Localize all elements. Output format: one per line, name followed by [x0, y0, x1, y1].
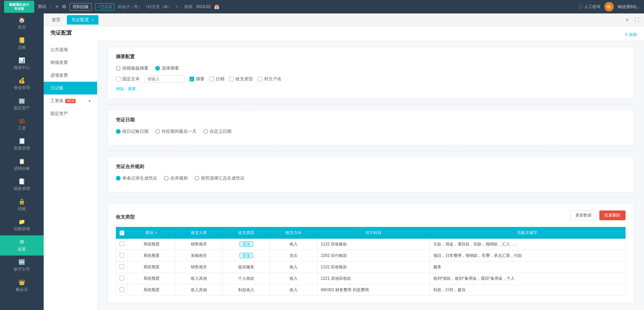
left-nav-fixed-assets[interactable]: 固定资产	[44, 107, 97, 120]
sidebar-item-payroll[interactable]: 💼 工资	[0, 114, 44, 134]
party-checkbox[interactable]: 对方户名	[258, 76, 282, 82]
pay-type-checkbox[interactable]: 收支类型	[229, 76, 253, 82]
row-checkbox[interactable]	[120, 287, 124, 292]
radio-select-total[interactable]: 按照选择汇总生成凭证	[195, 175, 245, 181]
sidebar-item-tax[interactable]: 📑 税务管理	[0, 175, 44, 195]
archive-icon: 📁	[18, 219, 25, 225]
refresh-button[interactable]: ↻ 刷新	[625, 32, 637, 38]
radio-single-circle	[116, 176, 121, 181]
left-nav-purchase[interactable]: 进项发票	[44, 69, 97, 82]
sidebar-item-guide[interactable]: 🆕 新手引导	[0, 256, 44, 276]
row-direction: 收入	[270, 284, 317, 296]
sidebar-item-ledger[interactable]: 📒 总账	[0, 34, 44, 54]
fixed-text-input[interactable]	[144, 75, 185, 83]
left-nav-journal[interactable]: 日记账	[44, 82, 97, 94]
sidebar-item-settings[interactable]: ⚙ 设置	[0, 235, 44, 256]
switch-version-button[interactable]: 切到旧版	[70, 3, 92, 11]
chevron-down-icon: ▾	[89, 99, 90, 103]
username-label: 畅捷通B组...	[618, 4, 640, 10]
pay-type-title: 收支类型	[116, 214, 135, 220]
tab-voucher[interactable]: 凭证配置 ×	[67, 15, 98, 25]
sidebar-item-archive[interactable]: 📁 归档管理	[0, 215, 44, 235]
left-nav: 公共选项 销项发票 进项发票 日记账 工资表 NEW ▾	[44, 40, 97, 310]
update-data-button[interactable]: 更新数据	[570, 210, 597, 220]
select-all-checkbox[interactable]: ✓	[120, 231, 124, 235]
row-major: 销售相关	[175, 262, 223, 273]
sidebar-item-member[interactable]: 👑 畅会员	[0, 276, 44, 296]
row-checkbox-cell	[116, 262, 128, 273]
pay-type-section: 收支类型 更新数据 批量删除 ✓	[108, 203, 634, 303]
pay-type-checkbox-box	[229, 77, 234, 81]
assets-icon: 🏢	[18, 98, 25, 104]
th-type: 收支类型	[223, 227, 270, 239]
row-checkbox[interactable]	[120, 264, 124, 269]
row-keywords: 欠款，现金，项目款，到款，报销款，汇入，...	[430, 239, 625, 250]
row-keywords: 服务	[430, 262, 625, 273]
tab-home[interactable]: 首页	[47, 15, 65, 25]
table-row: 系统预置 销售相关 提供服务 收入 1122 应收账款 服务	[116, 262, 626, 273]
row-keywords: 项目，日常费用，报销款，车费，承兑汇票，付款	[430, 250, 625, 262]
row-checkbox[interactable]	[120, 241, 124, 246]
date-checkbox[interactable]: 日期	[209, 76, 224, 82]
sidebar-item-invoices[interactable]: 🧾 发票管理	[0, 134, 44, 155]
radio-merge-circle	[164, 176, 169, 181]
row-checkbox-cell	[116, 239, 128, 250]
refresh-icon: ↻	[625, 32, 629, 37]
sidebar-item-closing[interactable]: 🔒 结账	[0, 195, 44, 215]
new-badge: NEW	[65, 99, 76, 103]
row-category: 系统预置	[128, 262, 175, 273]
service-button[interactable]: 🎧 人工咨询	[578, 4, 600, 10]
radio-period-last[interactable]: 对应期间最后一天	[155, 128, 197, 134]
row-checkbox[interactable]	[120, 253, 124, 258]
settings-icon[interactable]: ⚙	[62, 4, 66, 10]
content-area: 首页 凭证配置 × ✕ ⛶ 凭证配置 ↻ 刷新	[44, 13, 644, 310]
merge-radio-group: 单条记录生成凭证 合并规则 按照选择汇总生成凭证	[116, 175, 626, 181]
radio-template-circle	[116, 66, 121, 71]
sidebar-item-purchases[interactable]: 📋 进销台账	[0, 155, 44, 175]
sidebar-item-home[interactable]: 🏠 首页	[0, 13, 44, 34]
left-nav-public[interactable]: 公共选项	[44, 43, 97, 56]
row-category: 系统预置	[128, 284, 175, 296]
radio-template[interactable]: 按模板版摘要	[116, 65, 148, 71]
invoices-icon: 🧾	[18, 138, 25, 144]
sidebar: 🏠 首页 📒 总账 📊 报表中心 💰 资金管理 🏢 固定资产 💼 工资 🧾 发票…	[0, 13, 44, 310]
avatar[interactable]: 畅	[604, 2, 614, 11]
row-checkbox[interactable]	[120, 276, 124, 280]
table-actions: 更新数据 批量删除	[570, 210, 626, 220]
row-category: 系统预置	[128, 250, 175, 262]
sidebar-item-reports[interactable]: 📊 报表中心	[0, 54, 44, 74]
radio-journal-date[interactable]: 按日记账日期	[116, 128, 148, 134]
table-row: 系统预置 销售相关 置顶 收入 1122 应收账款 欠款，现金，项目款，到款，报…	[116, 239, 626, 250]
close-window-icon[interactable]: ✕	[624, 16, 631, 23]
summary-checkbox[interactable]: ✓ 摘要	[189, 76, 205, 82]
tab-close-icon[interactable]: ×	[92, 18, 94, 22]
maximize-icon[interactable]: ⛶	[633, 16, 641, 23]
radio-custom-date[interactable]: 自定义日期	[203, 128, 231, 134]
left-nav-sales[interactable]: 销项发票	[44, 56, 97, 69]
type-tag[interactable]: 置顶	[240, 253, 253, 258]
sidebar-item-assets[interactable]: 🏢 固定资产	[0, 94, 44, 114]
row-type: 提供服务	[223, 262, 270, 273]
row-subject: 660301 财务费用 利息费用	[317, 284, 430, 296]
th-category: 类别 ∨	[128, 227, 175, 239]
table-row: 系统预置 采购相关 置顶 支出 2202 应付账款 项目，日常费用，报销款，车费…	[116, 250, 626, 262]
row-checkbox-cell	[116, 284, 128, 296]
tabs-bar: 首页 凭证配置 × ✕ ⛶	[44, 13, 644, 26]
reports-icon: 📊	[18, 57, 25, 64]
date-radio-group: 按日记账日期 对应期间最后一天 自定义日期	[116, 128, 626, 134]
radio-merge[interactable]: 合并规则	[164, 175, 188, 181]
th-checkbox[interactable]: ✓	[116, 227, 128, 239]
batch-delete-button[interactable]: 批量删除	[599, 210, 626, 220]
radio-single[interactable]: 单条记录生成凭证	[116, 175, 157, 181]
certified-tag: ✓已认证	[95, 3, 115, 10]
radio-select[interactable]: 选择摘要	[155, 65, 179, 71]
fixed-text-checkbox[interactable]: 固定文本	[116, 76, 140, 82]
left-nav-payroll-table[interactable]: 工资表 NEW ▾	[44, 94, 97, 107]
sidebar-item-funds[interactable]: 💰 资金管理	[0, 74, 44, 94]
add-icon[interactable]: +	[55, 4, 58, 10]
edition-tag3: +...	[175, 4, 181, 9]
type-tag[interactable]: 置顶	[240, 241, 253, 247]
date-checkbox-box	[209, 77, 214, 81]
dropdown-icon[interactable]: ▾	[50, 4, 52, 9]
calendar-icon[interactable]: 📅	[214, 4, 219, 9]
